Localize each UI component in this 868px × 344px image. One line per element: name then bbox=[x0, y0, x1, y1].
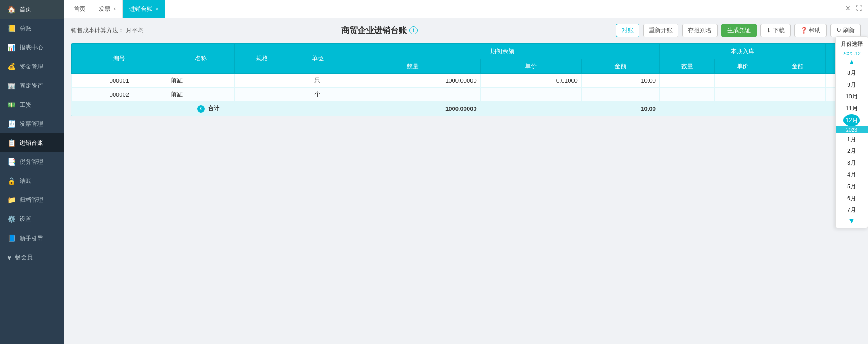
assets-icon: 🏢 bbox=[7, 82, 16, 90]
sidebar-item-home[interactable]: 🏠 首页 bbox=[0, 0, 64, 19]
download-button[interactable]: ⬇ 下载 bbox=[760, 24, 791, 37]
tab-bar: 首页 发票 × 进销台账 × bbox=[64, 0, 868, 18]
cost-method-value: 月平均 bbox=[126, 27, 144, 34]
sidebar-label-archive: 归档管理 bbox=[20, 196, 43, 204]
total-icon: Σ bbox=[197, 105, 205, 113]
inventory-table: 编号 名称 规格 单位 期初余额 本期入库 数 数量 单价 金额 数量 单价 bbox=[71, 43, 860, 116]
sidebar-item-ledger[interactable]: 📒 总账 bbox=[0, 19, 64, 38]
sidebar-label-settings: 设置 bbox=[20, 215, 31, 223]
sidebar-item-invoice-mgmt[interactable]: 🧾 发票管理 bbox=[0, 114, 64, 133]
inventory-icon: 📋 bbox=[7, 139, 16, 147]
inventory-table-wrapper: 编号 名称 规格 单位 期初余额 本期入库 数 数量 单价 金额 数量 单价 bbox=[71, 43, 861, 116]
sidebar-item-inventory[interactable]: 📋 进销台账 bbox=[0, 133, 64, 152]
month-item-12[interactable]: 12月 bbox=[843, 114, 860, 126]
month-item-7[interactable]: 7月 bbox=[836, 204, 868, 216]
sidebar-item-closing[interactable]: 🔒 结账 bbox=[0, 172, 64, 191]
col-name: 名称 bbox=[167, 44, 234, 74]
month-item-3[interactable]: 3月 bbox=[836, 157, 868, 169]
save-as-button[interactable]: 存报别名 bbox=[682, 24, 718, 37]
sidebar-item-guide[interactable]: 📘 新手引导 bbox=[0, 229, 64, 248]
table-row: 000001 前缸 只 1000.00000 0.01000 10.00 bbox=[72, 74, 860, 88]
total-in-price bbox=[715, 102, 770, 116]
month-item-10[interactable]: 10月 bbox=[836, 91, 868, 103]
row1-in-qty bbox=[659, 74, 715, 88]
maximize-button[interactable]: ⛶ bbox=[854, 4, 863, 13]
month-item-1[interactable]: 1月 bbox=[836, 133, 868, 145]
col-opening-qty: 数量 bbox=[345, 59, 481, 74]
table-row: 000002 前缸 个 bbox=[72, 88, 860, 102]
download-icon: ⬇ bbox=[766, 27, 771, 34]
col-opening-price: 单价 bbox=[480, 59, 581, 74]
total-in-qty bbox=[659, 102, 715, 116]
month-current-year: 2022.12 bbox=[843, 50, 861, 57]
row2-in-amount bbox=[770, 88, 825, 102]
home-icon: 🏠 bbox=[7, 5, 16, 14]
total-op-amount: 10.00 bbox=[581, 102, 659, 116]
main-area: ✕ ⛶ 首页 发票 × 进销台账 × 销售成本计算方法： 月平均 商贸企业进销台… bbox=[64, 0, 868, 344]
tab-inventory-label: 进销台账 bbox=[129, 5, 153, 13]
info-icon[interactable]: ℹ bbox=[409, 26, 418, 34]
vip-icon: ♥ bbox=[7, 254, 11, 261]
month-item-9[interactable]: 9月 bbox=[836, 79, 868, 91]
month-item-8[interactable]: 8月 bbox=[836, 67, 868, 79]
tab-inventory[interactable]: 进销台账 × bbox=[123, 0, 165, 18]
sidebar-label-vip: 畅会员 bbox=[15, 253, 33, 261]
sidebar: 🏠 首页 📒 总账 📊 报表中心 💰 资金管理 🏢 固定资产 💵 工资 🧾 发票… bbox=[0, 0, 64, 344]
sidebar-label-reports: 报表中心 bbox=[20, 44, 43, 52]
row1-in-price bbox=[715, 74, 770, 88]
row2-unit: 个 bbox=[290, 88, 345, 102]
window-controls: ✕ ⛶ bbox=[839, 0, 868, 16]
sidebar-item-payroll[interactable]: 💵 工资 bbox=[0, 95, 64, 114]
help-button[interactable]: ❓ 帮助 bbox=[794, 24, 827, 37]
sidebar-label-home: 首页 bbox=[20, 5, 31, 14]
reopen-button[interactable]: 重新开账 bbox=[643, 24, 678, 37]
month-scroll-down[interactable]: ▼ bbox=[848, 216, 855, 226]
close-button[interactable]: ✕ bbox=[843, 4, 853, 13]
month-next-year: 2023 bbox=[836, 126, 868, 133]
page-title: 商贸企业进销台账 bbox=[341, 25, 407, 36]
sidebar-label-closing: 结账 bbox=[20, 177, 31, 185]
sidebar-item-settings[interactable]: ⚙️ 设置 bbox=[0, 210, 64, 229]
row1-name: 前缸 bbox=[167, 74, 234, 88]
invoice-mgmt-icon: 🧾 bbox=[7, 120, 16, 128]
row1-unit: 只 bbox=[290, 74, 345, 88]
reconcile-button[interactable]: 对账 bbox=[616, 24, 639, 37]
tab-home-label: 首页 bbox=[74, 5, 85, 13]
col-in-amount: 金额 bbox=[770, 59, 825, 74]
tab-invoice[interactable]: 发票 × bbox=[92, 0, 123, 18]
sidebar-item-finance[interactable]: 💰 资金管理 bbox=[0, 57, 64, 76]
content-area: 销售成本计算方法： 月平均 商贸企业进销台账 ℹ 对账 重新开账 存报别名 生成… bbox=[64, 18, 868, 344]
row1-op-qty: 1000.00000 bbox=[345, 74, 481, 88]
month-item-11[interactable]: 11月 bbox=[836, 103, 868, 114]
month-panel-title: 月份选择 bbox=[841, 39, 863, 50]
total-in-amount bbox=[770, 102, 825, 116]
tab-home[interactable]: 首页 bbox=[67, 0, 92, 18]
generate-button[interactable]: 生成凭证 bbox=[721, 24, 757, 37]
help-label: 帮助 bbox=[809, 27, 821, 34]
sidebar-item-assets[interactable]: 🏢 固定资产 bbox=[0, 76, 64, 95]
sidebar-item-reports[interactable]: 📊 报表中心 bbox=[0, 38, 64, 57]
month-panel: 月份选择 2022.12 ▲ 8月 9月 10月 11月 12月 2023 1月… bbox=[835, 36, 868, 228]
month-scroll-up[interactable]: ▲ bbox=[848, 57, 855, 67]
refresh-button[interactable]: ↻ 刷新 bbox=[830, 24, 861, 37]
col-opening-amount: 金额 bbox=[581, 59, 659, 74]
download-label: 下载 bbox=[773, 27, 785, 34]
sidebar-item-archive[interactable]: 📁 归档管理 bbox=[0, 191, 64, 210]
tab-invoice-close[interactable]: × bbox=[113, 6, 116, 11]
month-item-4[interactable]: 4月 bbox=[836, 169, 868, 181]
col-unit: 单位 bbox=[290, 44, 345, 74]
row1-code: 000001 bbox=[72, 74, 167, 88]
ledger-icon: 📒 bbox=[7, 25, 16, 33]
col-in-qty: 数量 bbox=[659, 59, 715, 74]
tab-inventory-close[interactable]: × bbox=[155, 6, 158, 11]
sidebar-label-ledger: 总账 bbox=[20, 25, 31, 33]
sidebar-item-vip[interactable]: ♥ 畅会员 bbox=[0, 248, 64, 267]
toolbar: 销售成本计算方法： 月平均 商贸企业进销台账 ℹ 对账 重新开账 存报别名 生成… bbox=[71, 24, 861, 37]
action-buttons: 对账 重新开账 存报别名 生成凭证 ⬇ 下载 ❓ 帮助 ↻ 刷新 bbox=[616, 24, 861, 37]
col-current-in: 本期入库 bbox=[659, 44, 825, 59]
month-item-2[interactable]: 2月 bbox=[836, 145, 868, 157]
finance-icon: 💰 bbox=[7, 63, 16, 71]
month-item-5[interactable]: 5月 bbox=[836, 181, 868, 192]
month-item-6[interactable]: 6月 bbox=[836, 192, 868, 204]
sidebar-item-tax[interactable]: 📑 税务管理 bbox=[0, 152, 64, 172]
